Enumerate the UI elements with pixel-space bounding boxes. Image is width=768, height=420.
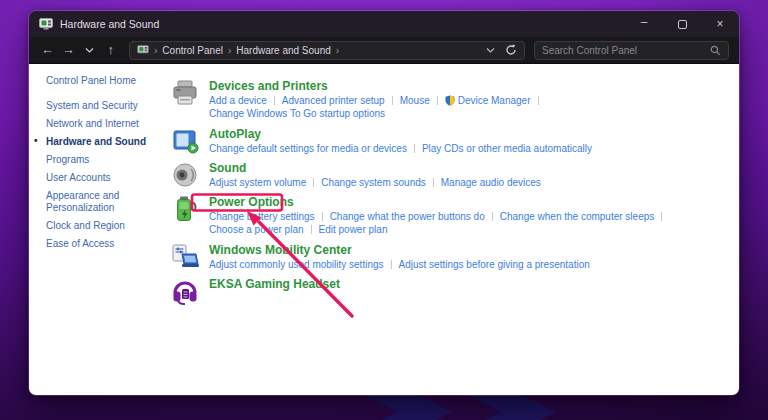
task-link[interactable]: Add a device xyxy=(209,94,267,107)
section-devices-and-printers: Devices and Printers Add a device Advanc… xyxy=(170,79,739,120)
section-eksa-gaming-headset: EKSA Gaming Headset xyxy=(170,277,739,307)
back-button[interactable]: ← xyxy=(37,40,58,60)
task-link[interactable]: Edit power plan xyxy=(319,223,388,236)
search-icon xyxy=(710,45,721,56)
search-box[interactable] xyxy=(534,41,729,60)
category-title[interactable]: Devices and Printers xyxy=(209,79,546,93)
task-link[interactable]: Choose a power plan xyxy=(209,223,304,236)
desktop-background: Hardware and Sound – × ← → ↑ xyxy=(0,0,768,420)
up-button[interactable]: ↑ xyxy=(100,40,121,60)
address-bar[interactable]: › Control Panel › Hardware and Sound › xyxy=(129,41,525,60)
sidebar-item-clock-and-region[interactable]: Clock and Region xyxy=(46,220,162,233)
task-link-change-battery-settings[interactable]: Change battery settings xyxy=(209,210,315,223)
section-power-options: Power Options Change battery settings Ch… xyxy=(170,195,739,236)
sidebar-item-appearance-and-personalization[interactable]: Appearance and Personalization xyxy=(46,190,162,215)
wallpaper-chevron xyxy=(462,392,557,420)
task-link[interactable]: Change system sounds xyxy=(321,176,426,189)
refresh-icon[interactable] xyxy=(505,44,517,56)
control-panel-window: Hardware and Sound – × ← → ↑ xyxy=(28,10,740,396)
uac-shield-icon xyxy=(445,95,455,106)
task-link[interactable]: Adjust settings before giving a presenta… xyxy=(399,258,590,271)
section-autoplay: AutoPlay Change default settings for med… xyxy=(170,127,739,157)
printer-icon xyxy=(170,78,200,108)
task-link[interactable]: Change Windows To Go startup options xyxy=(209,107,385,120)
category-title[interactable]: Sound xyxy=(209,161,541,175)
task-link[interactable]: Change when the computer sleeps xyxy=(500,210,655,223)
task-link[interactable]: Change default settings for media or dev… xyxy=(209,142,407,155)
task-link[interactable]: Adjust system volume xyxy=(209,176,306,189)
task-link-device-manager[interactable]: Device Manager xyxy=(445,94,531,107)
maximize-icon xyxy=(678,20,687,29)
up-icon: ↑ xyxy=(107,43,113,57)
category-title[interactable]: EKSA Gaming Headset xyxy=(209,277,340,291)
task-link[interactable]: Manage audio devices xyxy=(441,176,541,189)
speaker-icon xyxy=(170,160,200,190)
wallpaper-chevron xyxy=(358,392,453,420)
sidebar-item-programs[interactable]: Programs xyxy=(46,154,162,167)
sidebar-item-hardware-and-sound[interactable]: • Hardware and Sound xyxy=(46,136,162,149)
autoplay-icon xyxy=(170,126,200,156)
recent-locations-button[interactable] xyxy=(79,40,100,60)
breadcrumb-hardware-and-sound[interactable]: Hardware and Sound xyxy=(236,45,331,56)
control-panel-icon xyxy=(137,45,149,55)
sidebar-item-ease-of-access[interactable]: Ease of Access xyxy=(46,238,162,251)
active-bullet-icon: • xyxy=(34,135,38,148)
chevron-down-icon xyxy=(85,46,94,54)
address-dropdown-icon[interactable] xyxy=(486,46,495,54)
category-title[interactable]: Windows Mobility Center xyxy=(209,243,590,257)
sidebar: Control Panel Home System and Security N… xyxy=(29,64,162,395)
window-title: Hardware and Sound xyxy=(60,18,159,30)
back-icon: ← xyxy=(41,43,54,57)
forward-icon: → xyxy=(62,43,75,57)
category-list: Devices and Printers Add a device Advanc… xyxy=(162,64,739,395)
content-area: Control Panel Home System and Security N… xyxy=(29,64,739,395)
task-link[interactable]: Adjust commonly used mobility settings xyxy=(209,258,384,271)
category-title[interactable]: Power Options xyxy=(209,195,669,209)
forward-button[interactable]: → xyxy=(58,40,79,60)
task-link[interactable]: Mouse xyxy=(400,94,430,107)
sidebar-item-system-and-security[interactable]: System and Security xyxy=(46,100,162,113)
minimize-button[interactable]: – xyxy=(625,11,663,37)
control-panel-icon xyxy=(39,18,53,30)
sidebar-item-network-and-internet[interactable]: Network and Internet xyxy=(46,118,162,131)
headset-icon xyxy=(170,276,200,306)
category-title[interactable]: AutoPlay xyxy=(209,127,592,141)
breadcrumb-separator: › xyxy=(154,45,157,56)
task-link[interactable]: Change what the power buttons do xyxy=(330,210,485,223)
sidebar-item-user-accounts[interactable]: User Accounts xyxy=(46,172,162,185)
breadcrumb-separator: › xyxy=(336,45,339,56)
maximize-button[interactable] xyxy=(663,11,701,37)
section-sound: Sound Adjust system volume Change system… xyxy=(170,161,739,191)
close-button[interactable]: × xyxy=(701,11,739,37)
task-link[interactable]: Play CDs or other media automatically xyxy=(422,142,592,155)
title-bar: Hardware and Sound – × xyxy=(29,11,739,37)
battery-icon xyxy=(170,194,200,224)
mobility-icon xyxy=(170,242,200,272)
breadcrumb-separator: › xyxy=(228,45,231,56)
navigation-bar: ← → ↑ › Control Panel › Hardware and Sou… xyxy=(29,37,739,64)
search-input[interactable] xyxy=(542,45,710,56)
task-link[interactable]: Advanced printer setup xyxy=(282,94,385,107)
section-windows-mobility-center: Windows Mobility Center Adjust commonly … xyxy=(170,243,739,273)
sidebar-item-control-panel-home[interactable]: Control Panel Home xyxy=(46,75,162,88)
breadcrumb-control-panel[interactable]: Control Panel xyxy=(162,45,223,56)
